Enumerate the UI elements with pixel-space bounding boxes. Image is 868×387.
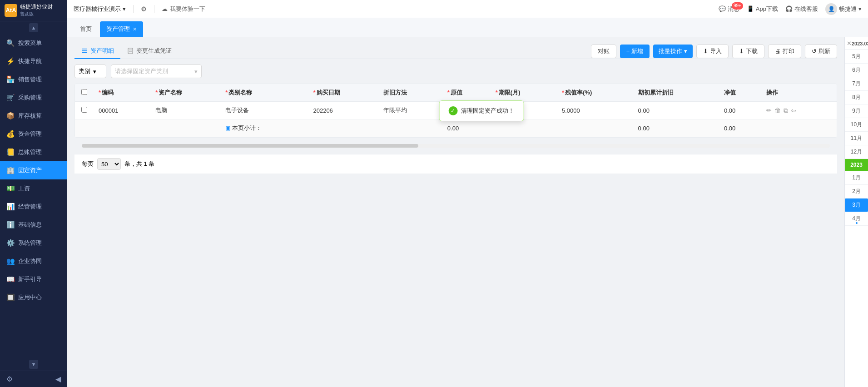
month-item-2[interactable]: 2月 bbox=[845, 185, 868, 198]
month-item-9[interactable]: 9月 bbox=[845, 104, 868, 118]
sidebar-scroll-up[interactable]: ▲ bbox=[29, 23, 38, 32]
online-service-label: 在线客服 bbox=[794, 5, 818, 13]
row-checkbox[interactable] bbox=[81, 107, 87, 113]
select-all-checkbox[interactable] bbox=[81, 89, 87, 95]
new-button[interactable]: + 新增 bbox=[620, 45, 650, 58]
month-item-6[interactable]: 6月 bbox=[845, 64, 868, 77]
sidebar-item-label: 库存核算 bbox=[18, 112, 42, 120]
asset-category-select[interactable]: 请选择固定资产类别 ▾ bbox=[111, 64, 202, 78]
print-button[interactable]: 🖨 打印 bbox=[768, 45, 801, 58]
asset-category-placeholder: 请选择固定资产类别 bbox=[115, 67, 168, 75]
svg-rect-1 bbox=[82, 50, 87, 51]
tab-home[interactable]: 首页 bbox=[74, 21, 98, 37]
user-profile[interactable]: 👤 畅捷通 ▾ bbox=[825, 3, 862, 15]
category-filter-label: 类别 bbox=[79, 67, 90, 75]
edit-icon[interactable]: ✏ bbox=[766, 107, 772, 114]
app-subtitle: 普及版 bbox=[20, 11, 53, 17]
message-icon: 💬 bbox=[719, 5, 726, 12]
right-panel-year: 2023.03 bbox=[852, 41, 868, 46]
sidebar-item-fixed-assets[interactable]: 🏢 固定资产 bbox=[0, 161, 67, 179]
sub-tab-asset-detail[interactable]: 资产明细 bbox=[74, 44, 120, 59]
more-icon[interactable]: ⇦ bbox=[791, 107, 796, 114]
refresh-label: 刷新 bbox=[818, 47, 830, 55]
company-selector[interactable]: 医疗器械行业演示 ▾ bbox=[74, 5, 126, 13]
sidebar-item-guide[interactable]: 📖 新手引导 bbox=[0, 270, 67, 288]
subtotal-icon: ▣ bbox=[225, 125, 230, 131]
online-service-button[interactable]: 🎧 在线客服 bbox=[785, 5, 818, 13]
sidebar-item-label: 应用中心 bbox=[18, 293, 42, 302]
messages-button[interactable]: 💬 消息 99+ bbox=[719, 5, 739, 13]
reconcile-button[interactable]: 对账 bbox=[591, 45, 616, 58]
delete-icon[interactable]: 🗑 bbox=[774, 107, 781, 114]
month-item-3-current[interactable]: 3月 bbox=[845, 198, 868, 212]
avatar: 👤 bbox=[825, 3, 837, 15]
sidebar-item-system[interactable]: ⚙️ 系统管理 bbox=[0, 234, 67, 252]
sidebar-item-search[interactable]: 🔍 搜索菜单 bbox=[0, 34, 67, 52]
row-residual-rate: 5.0000 bbox=[556, 102, 633, 119]
sidebar-scroll-down[interactable]: ▼ bbox=[29, 360, 38, 369]
month-item-11[interactable]: 11月 bbox=[845, 132, 868, 145]
month-item-4[interactable]: 4月 bbox=[845, 212, 868, 226]
batch-button[interactable]: 批量操作 ▾ bbox=[653, 45, 693, 58]
table-header-row: *编码 *资产名称 *类别名称 *购买日期 折旧方法 bbox=[75, 84, 837, 102]
row-checkbox-cell bbox=[75, 102, 93, 119]
sidebar-menu: 🔍 搜索菜单 ⚡ 快捷导航 🏪 销售管理 🛒 采购管理 📦 库存核算 💰 资金管… bbox=[0, 34, 67, 358]
month-item-5[interactable]: 5月 bbox=[845, 50, 868, 64]
topbar-divider bbox=[133, 5, 134, 13]
sidebar-item-ledger[interactable]: 📒 总账管理 bbox=[0, 143, 67, 161]
right-panel-close-icon[interactable]: ✕ bbox=[847, 40, 852, 47]
refresh-button[interactable]: ↺ 刷新 bbox=[805, 45, 837, 58]
sidebar-item-salary[interactable]: 💵 工资 bbox=[0, 179, 67, 198]
info-icon: ℹ️ bbox=[6, 221, 15, 229]
sidebar-item-quicknav[interactable]: ⚡ 快捷导航 bbox=[0, 52, 67, 70]
experience-button[interactable]: ☁ 我要体验一下 bbox=[162, 5, 205, 13]
right-panel-header: ✕ 2023.03 ⤢ bbox=[845, 37, 868, 50]
collapse-icon[interactable]: ◀ bbox=[55, 375, 61, 383]
sidebar-item-operations[interactable]: 📊 经营管理 bbox=[0, 198, 67, 216]
search-icon: 🔍 bbox=[6, 39, 15, 47]
import-button[interactable]: ⬇ 导入 bbox=[696, 45, 729, 58]
sidebar-bottom: ⚙ ◀ bbox=[0, 371, 67, 387]
tab-asset-management[interactable]: 资产管理 ✕ bbox=[100, 21, 143, 37]
month-item-8[interactable]: 8月 bbox=[845, 91, 868, 104]
import-label: 导入 bbox=[710, 47, 722, 55]
header-period: *期限(月) bbox=[490, 84, 556, 102]
sidebar-item-label: 总账管理 bbox=[18, 148, 42, 156]
settings-icon[interactable]: ⚙ bbox=[141, 5, 147, 13]
sidebar-item-finance[interactable]: 💰 资金管理 bbox=[0, 125, 67, 143]
sidebar-item-sales[interactable]: 🏪 销售管理 bbox=[0, 70, 67, 89]
sidebar: AtA 畅捷通好业财 普及版 ▲ 🔍 搜索菜单 ⚡ 快捷导航 🏪 销售管理 🛒 … bbox=[0, 0, 67, 387]
app-logo: AtA bbox=[5, 4, 17, 17]
pagination-bar: 每页 50 100 200 条，共 1 条 bbox=[74, 154, 837, 174]
svg-rect-3 bbox=[128, 48, 133, 54]
settings-bottom-icon[interactable]: ⚙ bbox=[6, 375, 13, 383]
download-button[interactable]: ⬇ 下载 bbox=[732, 45, 764, 58]
sidebar-item-enterprise[interactable]: 👥 企业协同 bbox=[0, 252, 67, 270]
app-download-button[interactable]: 📱 App下载 bbox=[747, 5, 778, 13]
month-item-year-2023[interactable]: 2023 bbox=[845, 159, 868, 171]
header-checkbox-cell bbox=[75, 84, 93, 102]
sub-tab-change-voucher[interactable]: 变更生成凭证 bbox=[120, 44, 178, 59]
sidebar-item-label: 工资 bbox=[18, 184, 30, 193]
month-item-10[interactable]: 10月 bbox=[845, 118, 868, 132]
copy-icon[interactable]: ⧉ bbox=[784, 107, 788, 114]
cart-icon: 🛒 bbox=[6, 94, 15, 102]
money-icon: 💵 bbox=[6, 184, 15, 193]
sidebar-item-purchase[interactable]: 🛒 采购管理 bbox=[0, 89, 67, 107]
batch-label: 批量操作 bbox=[659, 47, 682, 55]
sidebar-item-label: 企业协同 bbox=[18, 257, 42, 265]
month-item-1[interactable]: 1月 bbox=[845, 171, 868, 185]
sidebar-item-basics[interactable]: ℹ️ 基础信息 bbox=[0, 216, 67, 234]
month-item-12[interactable]: 12月 bbox=[845, 145, 868, 159]
tab-asset-label: 资产管理 bbox=[106, 25, 130, 33]
sidebar-item-inventory[interactable]: 📦 库存核算 bbox=[0, 107, 67, 125]
scroll-thumb[interactable] bbox=[82, 144, 418, 148]
sidebar-item-label: 销售管理 bbox=[18, 75, 42, 84]
topbar-divider2 bbox=[154, 5, 154, 13]
tab-close-icon[interactable]: ✕ bbox=[133, 26, 137, 32]
category-filter[interactable]: 类别 ▾ bbox=[74, 64, 106, 78]
page-size-select[interactable]: 50 100 200 bbox=[97, 158, 121, 170]
sidebar-item-appcenter[interactable]: 🔲 应用中心 bbox=[0, 288, 67, 307]
topbar-right: 💬 消息 99+ 📱 App下载 🎧 在线客服 👤 畅捷通 ▾ bbox=[719, 3, 862, 15]
month-item-7[interactable]: 7月 bbox=[845, 77, 868, 91]
